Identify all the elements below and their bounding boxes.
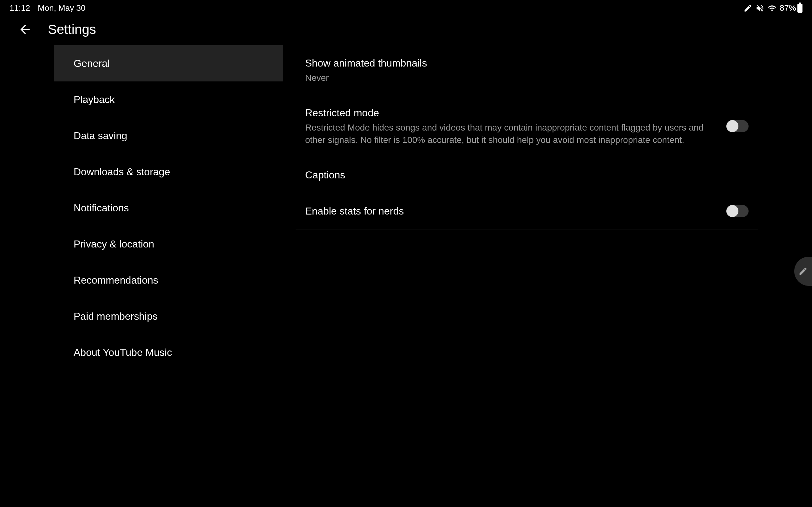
details: Show animated thumbnails Never Restricte…	[283, 45, 812, 371]
back-button[interactable]	[17, 22, 33, 37]
sidebar-item-label: Data saving	[73, 130, 127, 142]
status-date: Mon, May 30	[38, 3, 85, 13]
mute-icon	[756, 4, 764, 13]
setting-text: Captions	[305, 168, 749, 182]
setting-restricted-mode[interactable]: Restricted mode Restricted Mode hides so…	[296, 95, 758, 157]
setting-title: Restricted mode	[305, 106, 714, 120]
sidebar-item-label: Playback	[73, 94, 115, 106]
setting-title: Show animated thumbnails	[305, 56, 736, 70]
battery-icon	[798, 4, 803, 13]
setting-thumbnails[interactable]: Show animated thumbnails Never	[296, 45, 758, 95]
sidebar-item-label: General	[73, 58, 110, 69]
sidebar-item-label: Downloads & storage	[73, 166, 170, 178]
sidebar-item-privacy[interactable]: Privacy & location	[54, 226, 283, 262]
stats-toggle[interactable]	[726, 205, 749, 217]
pencil-icon	[798, 267, 808, 276]
battery-indicator: 87%	[780, 3, 803, 13]
wifi-icon	[768, 4, 776, 13]
status-left: 11:12 Mon, May 30	[9, 3, 85, 13]
sidebar-item-label: Paid memberships	[73, 311, 158, 322]
setting-text: Restricted mode Restricted Mode hides so…	[305, 106, 726, 146]
sidebar-item-data-saving[interactable]: Data saving	[54, 118, 283, 154]
arrow-back-icon	[18, 22, 32, 37]
setting-text: Show animated thumbnails Never	[305, 56, 749, 84]
page-title: Settings	[48, 22, 96, 37]
status-time: 11:12	[9, 3, 30, 13]
toggle-knob	[726, 120, 739, 132]
setting-stats-for-nerds[interactable]: Enable stats for nerds	[296, 193, 758, 229]
sidebar-item-general[interactable]: General	[54, 45, 283, 81]
setting-subtitle: Never	[305, 72, 736, 84]
sidebar-item-label: Recommendations	[73, 274, 158, 286]
header: Settings	[0, 16, 812, 45]
sidebar-item-downloads[interactable]: Downloads & storage	[54, 154, 283, 190]
pen-icon	[744, 4, 752, 13]
setting-captions[interactable]: Captions	[296, 157, 758, 193]
setting-description: Restricted Mode hides songs and videos t…	[305, 121, 714, 146]
setting-title: Captions	[305, 168, 736, 182]
status-bar: 11:12 Mon, May 30 87%	[0, 0, 812, 16]
sidebar-item-label: Privacy & location	[73, 238, 154, 250]
sidebar-item-label: Notifications	[73, 202, 129, 214]
battery-percentage: 87%	[780, 3, 796, 13]
toggle-knob	[726, 205, 739, 217]
sidebar: General Playback Data saving Downloads &…	[0, 45, 283, 371]
sidebar-item-about[interactable]: About YouTube Music	[54, 334, 283, 371]
sidebar-item-playback[interactable]: Playback	[54, 81, 283, 118]
sidebar-item-paid-memberships[interactable]: Paid memberships	[54, 298, 283, 334]
sidebar-item-recommendations[interactable]: Recommendations	[54, 262, 283, 298]
content: General Playback Data saving Downloads &…	[0, 45, 812, 371]
setting-text: Enable stats for nerds	[305, 204, 726, 218]
setting-title: Enable stats for nerds	[305, 204, 714, 218]
sidebar-item-notifications[interactable]: Notifications	[54, 190, 283, 226]
restricted-mode-toggle[interactable]	[726, 120, 749, 132]
status-right: 87%	[744, 3, 803, 13]
sidebar-item-label: About YouTube Music	[73, 347, 172, 358]
